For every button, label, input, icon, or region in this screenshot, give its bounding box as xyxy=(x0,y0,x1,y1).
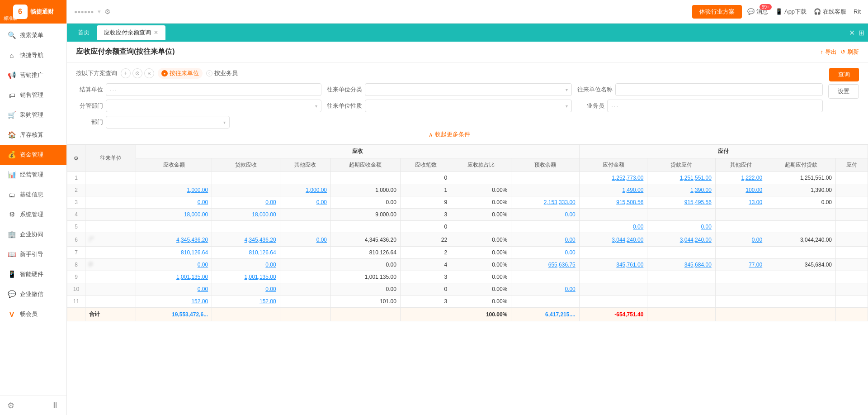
filter-input-settlement[interactable]: ··· xyxy=(106,83,321,96)
sidebar-item-wechat[interactable]: 💬 企业微信 xyxy=(0,284,66,304)
data-cell[interactable] xyxy=(280,172,330,184)
data-cell[interactable] xyxy=(579,247,647,259)
data-cell[interactable]: 0.00 xyxy=(280,196,330,209)
sidebar-item-operation[interactable]: 📊 经营管理 xyxy=(0,165,66,185)
data-cell[interactable]: 77.00 xyxy=(715,259,766,271)
edit-scheme-button[interactable]: ⊙ xyxy=(132,68,142,78)
data-cell[interactable] xyxy=(212,172,280,184)
tab-close-icon[interactable]: ✕ xyxy=(154,29,158,36)
data-cell[interactable]: 0.00 xyxy=(579,221,647,233)
data-cell[interactable]: 1,222.00 xyxy=(715,172,766,184)
data-cell[interactable]: 345,684.00 xyxy=(647,259,716,271)
data-cell[interactable]: 810,126.64 xyxy=(136,247,212,259)
data-cell[interactable] xyxy=(579,271,647,283)
sidebar-item-inventory[interactable]: 🏠 库存核算 xyxy=(0,125,66,145)
sidebar-item-guide[interactable]: 📖 新手引导 xyxy=(0,244,66,264)
data-cell[interactable]: 0.00 xyxy=(280,233,330,247)
scheme-staff-button[interactable]: ○ 按业务员 xyxy=(206,69,238,77)
sidebar-item-marketing[interactable]: 📢 营销推广 xyxy=(0,65,66,85)
data-cell[interactable]: 1,001,135.00 xyxy=(212,271,280,283)
data-cell[interactable]: 915,495.56 xyxy=(647,196,716,209)
promo-button[interactable]: 体验行业方案 xyxy=(692,5,742,19)
settings-icon[interactable]: ⚙ xyxy=(7,401,14,410)
data-cell[interactable] xyxy=(579,296,647,308)
data-cell[interactable]: 0.00 xyxy=(136,259,212,271)
data-cell[interactable] xyxy=(280,221,330,233)
online-service-button[interactable]: 🎧 在线客服 xyxy=(814,8,846,16)
data-cell[interactable] xyxy=(511,221,580,233)
footer-ar-prepay[interactable]: 6,417,215.... xyxy=(511,308,580,321)
add-scheme-button[interactable]: + xyxy=(121,68,131,78)
sidebar-item-sales[interactable]: 🏷 销售管理 xyxy=(0,85,66,105)
data-cell[interactable]: 152.00 xyxy=(136,296,212,308)
data-cell[interactable]: 0.00 xyxy=(511,283,580,296)
data-cell[interactable] xyxy=(579,209,647,221)
data-cell[interactable] xyxy=(511,271,580,283)
data-cell[interactable]: 1,490.00 xyxy=(579,184,647,196)
data-cell[interactable]: 655,636.75 xyxy=(511,259,580,271)
data-cell[interactable]: 0.00 xyxy=(715,233,766,247)
message-button[interactable]: 💬 消息 99+ xyxy=(747,8,768,16)
filter-input-dept2[interactable]: ▾ xyxy=(106,116,230,129)
data-cell[interactable] xyxy=(715,209,766,221)
sidebar-item-shortcut[interactable]: ⌂ 快捷导航 xyxy=(0,45,66,65)
data-cell[interactable]: 1,390.00 xyxy=(647,184,716,196)
data-cell[interactable]: 0.00 xyxy=(136,283,212,296)
data-cell[interactable] xyxy=(280,296,330,308)
data-cell[interactable] xyxy=(511,172,580,184)
data-cell[interactable] xyxy=(647,283,716,296)
scheme-unit-button[interactable]: ● 按往来单位 xyxy=(158,68,203,79)
data-cell[interactable]: 0.00 xyxy=(136,196,212,209)
data-cell[interactable]: 0.00 xyxy=(511,233,580,247)
filter-input-unit-name[interactable] xyxy=(615,83,823,96)
data-cell[interactable]: 4,345,436.20 xyxy=(136,233,212,247)
data-cell[interactable] xyxy=(212,184,280,196)
export-button[interactable]: ↑ 导出 xyxy=(821,48,837,56)
col-settings-icon[interactable]: ⚙ xyxy=(67,145,85,172)
data-cell[interactable] xyxy=(647,209,716,221)
maximize-icon[interactable]: ⊞ xyxy=(859,29,864,37)
sidebar-item-corp[interactable]: 🏢 企业协同 xyxy=(0,224,66,244)
sidebar-item-finance[interactable]: 💰 资金管理 xyxy=(0,145,66,165)
data-cell[interactable]: 0.00 xyxy=(647,221,716,233)
close-window-icon[interactable]: ✕ xyxy=(849,29,855,37)
data-cell[interactable] xyxy=(280,283,330,296)
data-cell[interactable]: 4,345,436.20 xyxy=(212,233,280,247)
data-cell[interactable]: 100.00 xyxy=(715,184,766,196)
data-cell[interactable]: 0.00 xyxy=(212,283,280,296)
filter-input-unit-type[interactable]: ▾ xyxy=(365,83,572,96)
sidebar-item-purchase[interactable]: 🛒 采购管理 xyxy=(0,105,66,125)
data-cell[interactable] xyxy=(280,247,330,259)
data-cell[interactable] xyxy=(511,296,580,308)
data-cell[interactable] xyxy=(715,283,766,296)
data-cell[interactable]: 0.00 xyxy=(511,209,580,221)
refresh-button[interactable]: ↺ 刷新 xyxy=(840,48,859,56)
data-cell[interactable]: 1,000.00 xyxy=(280,184,330,196)
data-cell[interactable] xyxy=(136,221,212,233)
gear-icon[interactable]: ⚙ xyxy=(104,8,110,16)
data-cell[interactable]: 3,044,240.00 xyxy=(579,233,647,247)
query-button[interactable]: 查询 xyxy=(829,68,859,81)
data-cell[interactable]: 0.00 xyxy=(212,196,280,209)
data-cell[interactable] xyxy=(647,271,716,283)
data-cell[interactable]: 2,153,333.00 xyxy=(511,196,580,209)
data-cell[interactable]: 1,251,551.00 xyxy=(647,172,716,184)
data-cell[interactable] xyxy=(715,271,766,283)
data-cell[interactable]: 18,000.00 xyxy=(136,209,212,221)
data-cell[interactable] xyxy=(647,296,716,308)
data-cell[interactable]: 152.00 xyxy=(212,296,280,308)
sidebar-item-member[interactable]: V 畅会员 xyxy=(0,304,66,324)
filter-input-staff[interactable]: ··· xyxy=(607,100,823,112)
data-cell[interactable]: 915,508.56 xyxy=(579,196,647,209)
sidebar-item-system[interactable]: ⚙ 系统管理 xyxy=(0,205,66,224)
tab-ar-ap[interactable]: 应收应付余额查询 ✕ xyxy=(97,25,165,40)
data-cell[interactable]: 345,761.00 xyxy=(579,259,647,271)
data-cell[interactable]: 1,000.00 xyxy=(136,184,212,196)
data-cell[interactable] xyxy=(715,247,766,259)
data-cell[interactable] xyxy=(280,259,330,271)
sidebar-item-basic[interactable]: 🗂 基础信息 xyxy=(0,185,66,205)
app-download-button[interactable]: 📱 App下载 xyxy=(775,8,807,16)
user-avatar[interactable]: Rit xyxy=(854,8,861,15)
data-cell[interactable] xyxy=(280,271,330,283)
data-cell[interactable] xyxy=(136,172,212,184)
